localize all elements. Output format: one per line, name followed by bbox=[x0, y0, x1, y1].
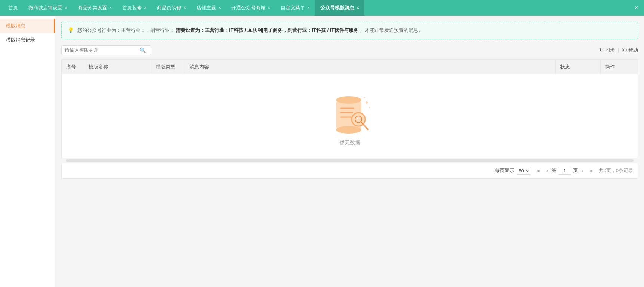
prev-page-button[interactable]: ‹ bbox=[544, 167, 550, 174]
tab-custom-menu-label: 自定义菜单 bbox=[281, 4, 305, 11]
tab-product-category-label: 商品分类设置 bbox=[78, 4, 107, 11]
sidebar-item-label: 模版消息 bbox=[6, 23, 25, 28]
toolbar-right: ↻ 同步 | ⓪ 帮助 bbox=[600, 47, 638, 54]
help-label: 帮助 bbox=[628, 47, 638, 54]
chevron-down-icon: ∨ bbox=[526, 168, 529, 174]
tab-home[interactable]: 首页 bbox=[3, 0, 23, 16]
col-header-type: 模版类型 bbox=[151, 59, 185, 74]
close-icon[interactable]: × bbox=[357, 5, 359, 10]
sidebar-item-label: 模版消息记录 bbox=[6, 37, 35, 43]
col-header-action: 操作 bbox=[601, 59, 638, 74]
tab-open-wechat-shop[interactable]: 开通公众号商城 × bbox=[226, 0, 275, 16]
tab-product-decor-label: 商品页装修 bbox=[157, 4, 181, 11]
main-layout: 模版消息 模版消息记录 💡 您的公众号行业为：主营行业：，副营行业： 需要设置为… bbox=[0, 16, 644, 287]
search-bar: 🔍 ↻ 同步 | ⓪ 帮助 bbox=[61, 45, 638, 55]
data-table: 序号 模版名称 模版类型 消息内容 状态 操作 bbox=[61, 59, 638, 158]
total-info: 共0页，0条记录 bbox=[599, 167, 633, 174]
empty-illustration bbox=[326, 89, 374, 138]
empty-state-row: 暂无数据 bbox=[62, 74, 638, 158]
page-input: 第 页 bbox=[552, 167, 578, 175]
pagination: 每页显示 50 ∨ ⊲ ‹ 第 页 › ⊳ 共0页，0条记录 bbox=[61, 163, 638, 179]
banner-suffix: 才能正常发送预置的消息。 bbox=[365, 27, 423, 33]
first-page-button[interactable]: ⊲ bbox=[534, 167, 543, 174]
per-page-value: 50 bbox=[518, 168, 524, 174]
tab-template-message-label: 公众号模版消息 bbox=[320, 4, 354, 11]
per-page-select: 每页显示 50 ∨ bbox=[495, 167, 531, 175]
tab-product-category[interactable]: 商品分类设置 × bbox=[73, 0, 117, 16]
tab-product-decor[interactable]: 商品页装修 × bbox=[152, 0, 191, 16]
sidebar-item-template-msg[interactable]: 模版消息 bbox=[0, 19, 55, 33]
tab-template-message[interactable]: 公众号模版消息 × bbox=[315, 0, 364, 16]
svg-point-2 bbox=[336, 96, 361, 104]
divider: | bbox=[618, 47, 619, 53]
svg-line-9 bbox=[363, 124, 368, 129]
sidebar-item-template-msg-log[interactable]: 模版消息记录 bbox=[0, 33, 55, 47]
empty-text: 暂无数据 bbox=[339, 140, 360, 146]
bulb-icon: 💡 bbox=[68, 27, 74, 33]
info-banner: 💡 您的公众号行业为：主营行业：，副营行业： 需要设置为：主营行业：IT科技 /… bbox=[61, 22, 638, 39]
tab-homepage-decor-label: 首页装修 bbox=[122, 4, 142, 11]
search-input[interactable] bbox=[65, 47, 139, 53]
col-header-index: 序号 bbox=[62, 59, 84, 74]
svg-point-3 bbox=[336, 126, 361, 134]
banner-highlight: 需要设置为：主营行业：IT科技 / 互联网|电子商务，副营行业：IT科技 / I… bbox=[176, 27, 363, 33]
last-page-button[interactable]: ⊳ bbox=[587, 167, 596, 174]
tab-custom-menu[interactable]: 自定义菜单 × bbox=[275, 0, 315, 16]
close-icon[interactable]: × bbox=[109, 5, 112, 10]
page-unit: 页 bbox=[573, 167, 578, 174]
close-all-button[interactable]: × bbox=[632, 4, 641, 11]
svg-point-13 bbox=[369, 107, 370, 108]
sync-button[interactable]: ↻ 同步 bbox=[600, 47, 615, 54]
per-page-dropdown[interactable]: 50 ∨ bbox=[517, 167, 531, 175]
help-circle-icon: ⓪ bbox=[622, 47, 627, 54]
horizontal-scrollbar[interactable] bbox=[66, 159, 634, 162]
top-nav: 首页 微商城店铺设置 × 商品分类设置 × 首页装修 × 商品页装修 × 店铺主… bbox=[0, 0, 644, 16]
sync-label: 同步 bbox=[605, 47, 615, 54]
empty-state: 暂无数据 bbox=[62, 74, 638, 158]
sidebar: 模版消息 模版消息记录 bbox=[0, 16, 55, 287]
tab-shop-settings[interactable]: 微商城店铺设置 × bbox=[23, 0, 73, 16]
per-page-label: 每页显示 bbox=[495, 167, 514, 174]
close-icon[interactable]: × bbox=[144, 5, 147, 10]
col-header-name: 模版名称 bbox=[84, 59, 151, 74]
page-number-input[interactable] bbox=[558, 167, 571, 175]
content-area: 💡 您的公众号行业为：主营行业：，副营行业： 需要设置为：主营行业：IT科技 /… bbox=[55, 16, 644, 287]
search-icon[interactable]: 🔍 bbox=[139, 47, 146, 53]
svg-point-12 bbox=[366, 101, 368, 104]
help-button[interactable]: ⓪ 帮助 bbox=[622, 47, 638, 54]
close-icon[interactable]: × bbox=[218, 5, 221, 10]
col-header-status: 状态 bbox=[556, 59, 601, 74]
tab-shop-settings-label: 微商城店铺设置 bbox=[28, 4, 62, 11]
tab-open-wechat-shop-label: 开通公众号商城 bbox=[231, 4, 265, 11]
page-label: 第 bbox=[552, 167, 557, 174]
page-nav: ⊲ ‹ 第 页 › ⊳ bbox=[534, 167, 596, 175]
sync-icon: ↻ bbox=[600, 47, 604, 53]
search-input-wrap[interactable]: 🔍 bbox=[61, 45, 151, 55]
table-header-row: 序号 模版名称 模版类型 消息内容 状态 操作 bbox=[62, 59, 638, 74]
col-header-content: 消息内容 bbox=[185, 59, 556, 74]
svg-point-14 bbox=[364, 97, 365, 98]
tab-shop-theme-label: 店铺主题 bbox=[197, 4, 216, 11]
close-icon[interactable]: × bbox=[65, 5, 67, 10]
tab-shop-theme[interactable]: 店铺主题 × bbox=[191, 0, 226, 16]
next-page-button[interactable]: › bbox=[579, 167, 585, 174]
tab-home-label: 首页 bbox=[8, 4, 18, 11]
tab-homepage-decor[interactable]: 首页装修 × bbox=[117, 0, 152, 16]
close-icon[interactable]: × bbox=[307, 5, 310, 10]
close-icon[interactable]: × bbox=[268, 5, 270, 10]
banner-prefix: 您的公众号行业为：主营行业：，副营行业： bbox=[77, 27, 175, 33]
close-icon[interactable]: × bbox=[184, 5, 186, 10]
